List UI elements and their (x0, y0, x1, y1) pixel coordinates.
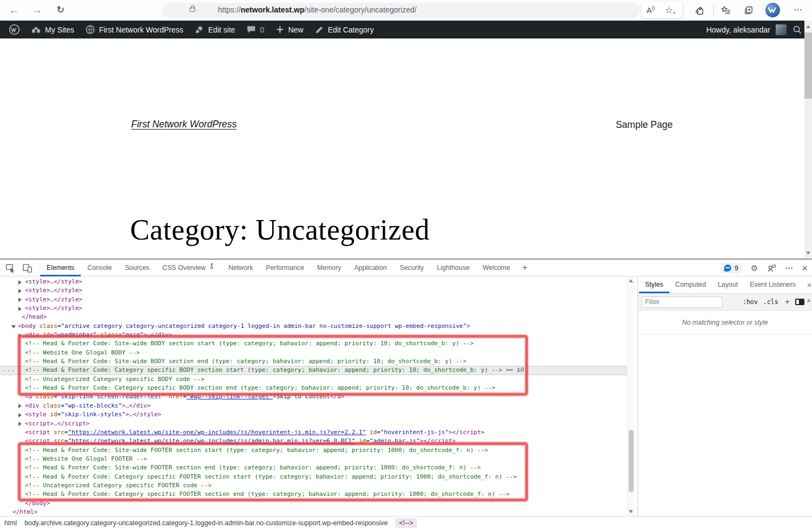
code-line[interactable]: </body> (0, 499, 627, 508)
admin-bar-item-comments[interactable]: 0 (241, 21, 270, 38)
refresh-icon[interactable]: ↻ (56, 3, 65, 16)
admin-bar-item-edit-site[interactable]: Edit site (189, 21, 241, 38)
code-line[interactable]: <!-- Head & Footer Code: Site-wide FOOTE… (0, 463, 627, 472)
tab-welcome[interactable]: Welcome (476, 260, 517, 276)
address-bar[interactable]: https://network.latest.wp/site-one/categ… (163, 3, 640, 18)
read-aloud-icon[interactable]: A)) (647, 5, 655, 15)
expand-arrow-icon[interactable] (18, 307, 22, 311)
close-icon[interactable]: × (802, 263, 808, 273)
code-line[interactable]: <!-- Uncategorized Category specific BOD… (0, 375, 627, 384)
expand-arrow-icon[interactable] (18, 413, 22, 417)
search-icon[interactable] (792, 24, 802, 35)
elements-scrollbar[interactable] (627, 276, 634, 516)
code-line[interactable]: <!-- Website One Glogal FOOTER --> (0, 455, 627, 463)
feedback-icon[interactable] (766, 263, 776, 273)
code-line[interactable]: <style>…</style> (0, 304, 627, 313)
sidebar-scroll-up-icon[interactable] (807, 299, 811, 302)
site-title-link[interactable]: First Network WordPress (131, 119, 236, 130)
tab-css-overview[interactable]: CSS Overview (156, 260, 222, 276)
settings-gear-icon[interactable]: ⚙ (751, 264, 758, 272)
code-line[interactable]: <style>…</style> (0, 286, 627, 295)
tab-console[interactable]: Console (81, 260, 118, 276)
styles-filter-input[interactable] (641, 296, 723, 308)
code-line[interactable]: <!-- Head & Footer Code: Site-wide BODY … (0, 357, 627, 366)
admin-bar-item-site-name[interactable]: First Network WordPress (80, 21, 189, 38)
code-line[interactable]: <div id="wpadminbar" class="nojq">…</div… (0, 331, 627, 339)
toggle-classes-button[interactable]: .cls (763, 298, 778, 306)
new-style-rule-button[interactable]: + (785, 297, 790, 307)
tab-elements[interactable]: Elements (40, 260, 81, 276)
expand-arrow-icon[interactable] (18, 404, 22, 408)
tab-performance[interactable]: Performance (260, 260, 311, 276)
tab-memory[interactable]: Memory (311, 260, 347, 276)
scroll-up-icon[interactable] (806, 25, 810, 28)
breadcrumb-item[interactable]: <!--> (395, 518, 417, 528)
breadcrumb-item[interactable]: body.archive.category.category-uncategor… (24, 519, 388, 527)
url-text[interactable]: https://network.latest.wp/site-one/categ… (218, 3, 417, 17)
pane-layout-icon[interactable] (795, 299, 804, 305)
expand-arrow-icon[interactable] (18, 333, 22, 338)
code-line[interactable]: <style>…</style> (0, 278, 627, 286)
breadcrumb-item[interactable]: html (4, 519, 17, 527)
code-line[interactable]: <style>…</style> (0, 295, 627, 304)
howdy-label[interactable]: Howdy, aleksandar (706, 25, 770, 34)
code-line[interactable]: <!-- Website One Glogal BODY --> (0, 349, 627, 357)
expand-arrow-icon[interactable] (18, 289, 22, 293)
scroll-down-icon[interactable] (806, 251, 810, 255)
code-line[interactable]: <script src="https://network.latest.wp/s… (0, 428, 627, 437)
admin-bar-item-my-sites[interactable]: My Sites (25, 21, 80, 38)
forward-icon[interactable]: → (31, 3, 42, 16)
toggle-hover-state-button[interactable]: :hov (743, 298, 758, 306)
code-line[interactable]: <script src="https://network.latest.wp/s… (0, 437, 627, 446)
back-icon[interactable]: ← (9, 3, 20, 16)
expand-arrow-icon[interactable] (18, 422, 22, 426)
tab-sources[interactable]: Sources (118, 260, 156, 276)
code-line[interactable]: <script>…</script> (0, 420, 627, 428)
code-line[interactable]: <!-- Head & Footer Code: Category specif… (0, 473, 627, 481)
elements-scrollbar-thumb[interactable] (629, 430, 634, 492)
code-line[interactable]: </html> (0, 508, 627, 516)
sidebar-tab-computed[interactable]: Computed (669, 276, 712, 293)
sidebar-tab-styles[interactable]: Styles (639, 276, 669, 293)
scroll-up-icon[interactable] (629, 279, 633, 282)
code-line[interactable]: <a class="skip-link screen-reader-text" … (0, 392, 627, 401)
elements-tree[interactable]: <style>…</style><style>…</style><style>…… (0, 276, 627, 516)
admin-bar-item-wp-logo[interactable] (3, 21, 25, 38)
scroll-down-icon[interactable] (629, 510, 633, 513)
expand-arrow-icon[interactable] (18, 298, 22, 302)
inspect-icon[interactable] (5, 263, 16, 273)
add-favorite-icon[interactable]: ☆+ (665, 5, 676, 16)
admin-bar-account[interactable]: Howdy, aleksandar (706, 21, 802, 38)
code-line[interactable]: <!-- Head & Footer Code: Category specif… (0, 384, 627, 392)
favorites-icon[interactable] (721, 5, 731, 15)
collapse-arrow-icon[interactable] (11, 325, 16, 328)
page-scrollbar[interactable] (804, 21, 812, 259)
collections-icon[interactable] (744, 5, 753, 15)
tab-security[interactable]: Security (394, 260, 430, 276)
code-line[interactable]: <!-- Head & Footer Code: Category specif… (0, 490, 627, 499)
device-toolbar-icon[interactable] (22, 263, 33, 273)
extensions-icon[interactable] (695, 5, 705, 15)
code-line[interactable]: <body class="archive category category-u… (0, 322, 627, 331)
new-devtools-tab-button[interactable]: + (517, 260, 533, 276)
code-line[interactable]: <!-- Uncategorized Category specific FOO… (0, 481, 627, 490)
code-line[interactable]: <div class="wp-site-blocks">…</div> (0, 402, 627, 410)
devtools-menu-icon[interactable]: ··· (785, 264, 793, 272)
sidebar-tabs-overflow-icon[interactable]: » (802, 276, 812, 293)
tab-lighthouse[interactable]: Lighthouse (430, 260, 476, 276)
browser-menu-icon[interactable]: ⋯ (794, 4, 803, 15)
admin-bar-item-new-content[interactable]: New (270, 21, 309, 38)
code-line[interactable]: ...<!-- Head & Footer Code: Category spe… (0, 366, 627, 375)
page-scrollbar-thumb[interactable] (804, 33, 812, 99)
issues-badge[interactable]: 9 (720, 263, 742, 274)
code-line[interactable]: <!-- Head & Footer Code: Site-wide BODY … (0, 339, 627, 348)
browser-profile-icon[interactable] (765, 3, 780, 17)
tab-application[interactable]: Application (347, 260, 393, 276)
sidebar-tab-layout[interactable]: Layout (712, 276, 744, 293)
avatar[interactable] (776, 24, 787, 35)
expand-arrow-icon[interactable] (18, 280, 22, 285)
nav-item-sample-page[interactable]: Sample Page (616, 119, 673, 131)
sidebar-tab-event-listeners[interactable]: Event Listeners (744, 276, 802, 293)
tab-network[interactable]: Network (222, 260, 259, 276)
admin-bar-item-edit-category[interactable]: Edit Category (309, 21, 379, 38)
